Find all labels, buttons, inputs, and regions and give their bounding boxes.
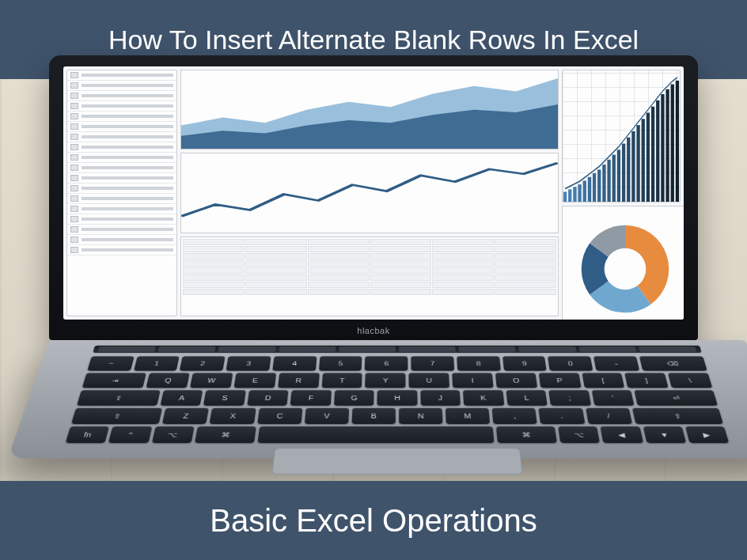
- list-item: [67, 194, 176, 204]
- svg-rect-16: [642, 119, 645, 202]
- svg-rect-8: [602, 165, 605, 202]
- laptop-brand-label: hlacbak: [357, 326, 389, 335]
- key: P: [538, 373, 581, 388]
- svg-rect-3: [578, 184, 581, 202]
- list-item: [67, 184, 176, 194]
- key: 2: [180, 356, 225, 370]
- key: ⇧: [632, 408, 723, 424]
- subtitle-banner: Basic Excel Operations: [0, 481, 747, 560]
- key: ⇪: [77, 390, 161, 405]
- key: ,: [492, 408, 537, 424]
- laptop-screen: [63, 66, 684, 320]
- key: E: [233, 373, 275, 388]
- main-bar-chart: [562, 70, 681, 202]
- svg-rect-12: [622, 144, 625, 202]
- svg-rect-19: [656, 100, 659, 202]
- svg-rect-7: [597, 169, 601, 202]
- svg-rect-11: [617, 149, 620, 202]
- page-title: How To Insert Alternate Blank Rows In Ex…: [108, 25, 639, 55]
- svg-rect-2: [573, 187, 576, 202]
- key: C: [257, 408, 302, 424]
- mini-spreadsheet: [180, 236, 559, 316]
- key: W: [190, 373, 233, 388]
- key: ⇧: [71, 408, 162, 424]
- key: .: [539, 408, 585, 424]
- svg-rect-22: [671, 85, 674, 202]
- list-item: [67, 101, 176, 112]
- key: S: [203, 390, 245, 405]
- area-chart: [180, 70, 559, 149]
- key: ⌥: [151, 426, 194, 443]
- laptop: hlacbak ~ 1 2 3 4 5 6 7 8 9 0: [49, 55, 698, 498]
- list-item: [67, 132, 176, 142]
- key: B: [351, 408, 395, 424]
- svg-rect-17: [647, 113, 650, 202]
- laptop-keyboard-deck: ~ 1 2 3 4 5 6 7 8 9 0 - ⌫ ⇥QWERTYUIOP[]\…: [8, 340, 747, 459]
- key: 1: [134, 356, 180, 370]
- key: L: [506, 390, 548, 405]
- list-item: [67, 142, 176, 153]
- spreadsheet-side-panel: [66, 70, 177, 316]
- list-item: [67, 153, 176, 163]
- svg-rect-10: [612, 155, 616, 202]
- key: ⏎: [634, 390, 718, 405]
- svg-rect-0: [563, 192, 567, 202]
- svg-rect-20: [661, 94, 664, 202]
- key: 8: [457, 356, 500, 370]
- svg-rect-6: [593, 173, 596, 202]
- key: U: [409, 373, 449, 388]
- key: M: [446, 408, 490, 424]
- svg-rect-13: [627, 138, 630, 202]
- svg-rect-18: [651, 107, 654, 202]
- list-item: [67, 245, 176, 255]
- key: \: [668, 373, 712, 388]
- svg-point-24: [605, 248, 647, 290]
- list-item: [67, 70, 176, 81]
- page-subtitle: Basic Excel Operations: [210, 503, 537, 539]
- key: 4: [272, 356, 317, 370]
- key: fn: [66, 426, 109, 443]
- key: J: [420, 390, 461, 405]
- key: ⇥: [82, 373, 146, 388]
- key: H: [377, 390, 418, 405]
- key: R: [278, 373, 320, 388]
- hero-scene: hlacbak ~ 1 2 3 4 5 6 7 8 9 0: [0, 79, 747, 481]
- right-chart-column: [180, 70, 559, 316]
- key-space: [257, 426, 494, 443]
- sparkline-chart: [180, 153, 559, 233]
- key: ;: [548, 390, 590, 405]
- key: ▶: [685, 426, 729, 443]
- key: ⌥: [558, 426, 600, 443]
- key: 3: [226, 356, 271, 370]
- list-item: [67, 173, 176, 184]
- key: 0: [548, 356, 593, 370]
- key: X: [210, 408, 256, 424]
- list-item: [67, 214, 176, 225]
- list-item: [67, 81, 176, 91]
- key: /: [586, 408, 632, 424]
- list-item: [67, 112, 176, 122]
- touchbar: [93, 346, 702, 354]
- list-item: [67, 225, 176, 235]
- list-item: [67, 91, 176, 101]
- key: K: [463, 390, 504, 405]
- key: ▼: [643, 426, 686, 443]
- donut-chart: [562, 206, 684, 320]
- key: 5: [319, 356, 362, 370]
- svg-rect-5: [588, 177, 591, 202]
- svg-rect-4: [583, 180, 586, 202]
- key: O: [495, 373, 537, 388]
- key: Z: [162, 408, 209, 424]
- list-item: [67, 122, 176, 132]
- svg-rect-21: [665, 89, 669, 202]
- key: Q: [146, 373, 190, 388]
- key: ⌘: [496, 426, 557, 443]
- key: ◀: [601, 426, 643, 443]
- svg-rect-14: [631, 131, 635, 202]
- key: ⌘: [195, 426, 256, 443]
- key: Y: [366, 373, 406, 388]
- svg-rect-9: [607, 160, 610, 202]
- key: N: [399, 408, 442, 424]
- list-item: [67, 235, 176, 245]
- key: G: [334, 390, 374, 405]
